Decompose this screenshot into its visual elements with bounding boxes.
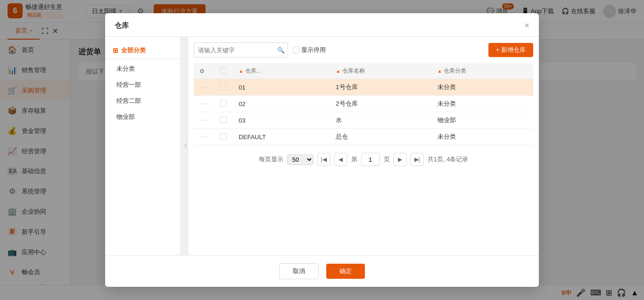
th-name: ▲ 仓库名称 [330,63,431,79]
td-name: 总仓 [330,129,431,145]
table-header-row: ⚙ ▲ 仓库... ▲ 仓库名称 ▲ [194,63,533,79]
modal-close-button[interactable]: × [524,21,529,31]
modal-title: 仓库 [115,21,129,30]
category-header[interactable]: ⊞ 全部分类 [105,42,180,59]
show-disabled-checkbox[interactable]: 显示停用 [293,46,326,54]
td-checkbox [214,96,233,112]
table-toolbar: 🔍 显示停用 + 新增仓库 [194,42,533,58]
category-item-1[interactable]: 经营一部 [105,77,180,93]
category-all-label: 全部分类 [121,46,146,55]
row-checkbox-1[interactable] [220,100,227,107]
th-category: ▲ 仓库分类 [432,63,533,79]
row-checkbox-3[interactable] [220,133,227,140]
td-checkbox [214,79,233,96]
sort-icon-category: ▲ [438,68,442,74]
th-code: ▲ 仓库... [233,63,330,79]
page-input[interactable] [361,153,380,166]
category-section: ⊞ 全部分类 未分类 经营一部 经营二部 物业部 《 [105,37,188,255]
search-input[interactable] [198,47,277,54]
table-row[interactable]: ··· 01 1号仓库 未分类 [194,79,533,96]
warehouse-modal: 仓库 × ⊞ 全部分类 未分类 经营一部 经营二部 物业 [105,13,539,287]
td-checkbox [214,129,233,145]
td-category: 物业部 [432,112,533,129]
modal-footer: 取消 确定 [105,255,539,287]
per-page-label: 每页显示 [259,155,283,164]
confirm-button[interactable]: 确定 [326,264,365,279]
row-more-icon[interactable]: ··· [199,83,208,91]
first-page-btn[interactable]: |◀ [317,153,330,166]
td-checkbox [214,112,233,129]
td-actions: ··· [194,79,214,96]
td-name: 水 [330,112,431,129]
category-item-2[interactable]: 经营二部 [105,93,180,109]
per-page-select[interactable]: 50 100 200 [287,154,314,165]
td-category: 未分类 [432,79,533,96]
page-label: 第 [351,155,357,164]
category-collapse-button[interactable]: 《 [181,37,188,255]
row-checkbox-0[interactable] [220,83,227,90]
category-item-0[interactable]: 未分类 [105,61,180,77]
category-panel: ⊞ 全部分类 未分类 经营一部 经营二部 物业部 [105,37,181,255]
header-checkbox[interactable] [220,67,226,74]
table-row[interactable]: ··· 03 水 物业部 [194,112,533,129]
td-category: 未分类 [432,129,533,145]
next-page-btn[interactable]: ▶ [394,153,407,166]
td-code: 02 [233,96,330,112]
th-checkbox [214,63,233,79]
cancel-button[interactable]: 取消 [279,263,319,279]
td-actions: ··· [194,112,214,129]
td-code: DEFAULT [233,129,330,145]
grid-icon: ⊞ [113,47,118,54]
total-info: 共1页, 4条记录 [428,155,469,164]
table-row[interactable]: ··· DEFAULT 总仓 未分类 [194,129,533,145]
modal-body: ⊞ 全部分类 未分类 经营一部 经营二部 物业部 《 [105,37,539,255]
td-name: 1号仓库 [330,79,431,96]
pagination: 每页显示 50 100 200 |◀ ◀ 第 页 ▶ ▶| 共1页, 4条记录 [194,145,533,170]
row-more-icon[interactable]: ··· [199,133,208,141]
modal-header: 仓库 × [105,13,539,37]
prev-page-btn[interactable]: ◀ [334,153,347,166]
td-actions: ··· [194,129,214,145]
table-panel: 🔍 显示停用 + 新增仓库 ⚙ ▲ [188,37,539,255]
th-settings: ⚙ [194,63,214,79]
row-more-icon[interactable]: ··· [199,100,208,108]
row-more-icon[interactable]: ··· [199,116,208,124]
table-body: ··· 01 1号仓库 未分类 ··· 02 2号仓库 未分类 ··· 03 水… [194,79,533,145]
sort-icon-code: ▲ [239,68,243,74]
td-code: 03 [233,112,330,129]
page-unit: 页 [384,155,390,164]
sort-icon-name: ▲ [336,68,340,74]
search-input-wrap: 🔍 [194,42,288,58]
td-code: 01 [233,79,330,96]
td-name: 2号仓库 [330,96,431,112]
disabled-checkbox[interactable] [293,47,299,53]
warehouse-table: ⚙ ▲ 仓库... ▲ 仓库名称 ▲ [194,63,533,145]
td-category: 未分类 [432,96,533,112]
td-actions: ··· [194,96,214,112]
search-icon[interactable]: 🔍 [277,47,285,54]
add-warehouse-button[interactable]: + 新增仓库 [488,43,533,57]
last-page-btn[interactable]: ▶| [411,153,424,166]
show-disabled-label: 显示停用 [301,46,326,54]
category-item-3[interactable]: 物业部 [105,109,180,125]
table-row[interactable]: ··· 02 2号仓库 未分类 [194,96,533,112]
row-checkbox-2[interactable] [220,117,227,123]
